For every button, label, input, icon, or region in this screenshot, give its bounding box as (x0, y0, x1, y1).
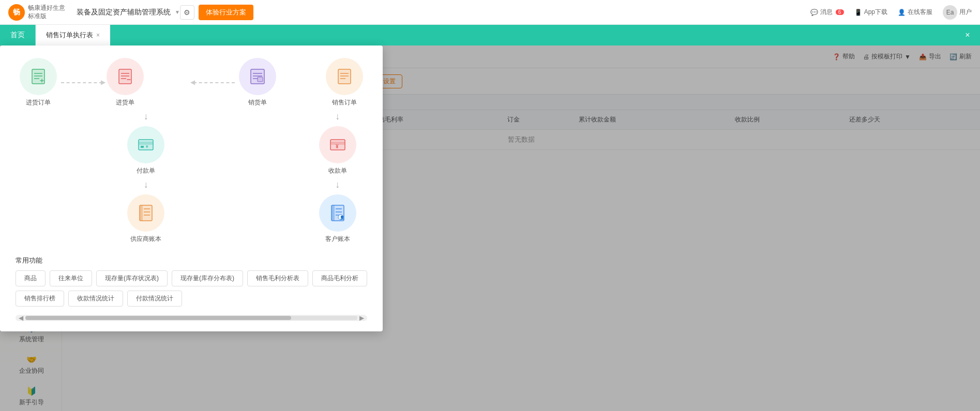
flow-row-2: ¥ 付款单 ¥ (16, 126, 367, 175)
logo-area: 畅 畅康通好生意 标准版 (8, 4, 70, 21)
func-btn-sales-gross[interactable]: 销售毛利分析表 (247, 270, 308, 286)
experience-button[interactable]: 体验行业方案 (199, 5, 253, 20)
svg-rect-25 (140, 205, 143, 221)
tab-close-icon[interactable]: × (96, 32, 100, 39)
user-button[interactable]: Ea 用户 (943, 5, 972, 20)
close-window-button[interactable]: × (961, 29, 974, 41)
func-btn-stock-dist[interactable]: 现存量(库存分布表) (172, 270, 243, 286)
customer-account-circle[interactable]: 👤 (319, 194, 356, 232)
phone-icon: 📱 (854, 9, 862, 16)
func-buttons-row2: 销售排行榜 收款情况统计 付款情况统计 (16, 291, 367, 307)
func-btn-contacts[interactable]: 往来单位 (50, 270, 92, 286)
message-button[interactable]: 💬 消息 6 (810, 8, 844, 17)
common-funcs-title: 常用功能 (16, 256, 367, 265)
svg-rect-19 (141, 146, 144, 148)
system-dropdown-arrow[interactable]: ▼ (175, 9, 180, 15)
svg-text:👤: 👤 (339, 215, 344, 220)
svg-text:¥: ¥ (146, 144, 148, 149)
flow-node-purchase-order: 进货订单 (16, 58, 61, 107)
receipt-circle[interactable]: ¥ (319, 126, 356, 163)
message-badge: 6 (836, 9, 844, 15)
arrow-purchase-to-bill (61, 82, 102, 83)
flow-node-receipt: ¥ 收款单 (308, 126, 367, 175)
flow-node-payment: ¥ 付款单 (116, 126, 176, 175)
logo-icon: 畅 (8, 4, 25, 21)
func-btn-stock-status[interactable]: 现存量(库存状况表) (96, 270, 168, 286)
supplier-account-circle[interactable] (127, 194, 164, 232)
flow-row-arrows: ↓ ↓ (16, 111, 367, 122)
app-download-button[interactable]: 📱 App下载 (854, 8, 887, 17)
popup-scrollbar[interactable]: ◀ ▶ (16, 315, 367, 321)
svg-rect-30 (331, 205, 335, 221)
svg-rect-4 (119, 69, 131, 84)
func-buttons-container: 商品 往来单位 现存量(库存状况表) 现存量(库存分布表) 销售毛利分析表 商品… (16, 270, 367, 286)
flow-row-3: 供应商账本 (16, 194, 367, 243)
func-btn-receipt-stats[interactable]: 收款情况统计 (68, 291, 123, 307)
flow-node-sales-bill: 销货单 (235, 58, 280, 107)
sales-bill-circle[interactable] (239, 58, 276, 95)
arrow-down-sales: ↓ (335, 111, 340, 122)
arrow-down-receipt: ↓ (335, 179, 340, 190)
flow-diagram: 进货订单 (16, 58, 367, 243)
func-btn-product-gross[interactable]: 商品毛利分析 (312, 270, 367, 286)
message-icon: 💬 (810, 9, 818, 16)
tab-sales-order[interactable]: 销售订单执行表 × (36, 25, 110, 45)
func-btn-sales-rank[interactable]: 销售排行榜 (16, 291, 64, 307)
common-functions: 常用功能 商品 往来单位 现存量(库存状况表) 现存量(库存分布表) 销售毛利分… (16, 256, 367, 307)
system-title: 装备及固定资产辅助管理系统 ▼ (77, 8, 180, 17)
svg-rect-0 (32, 69, 44, 84)
logo-text: 畅康通好生意 标准版 (28, 4, 65, 20)
popup-panel: 进货订单 (0, 45, 383, 331)
svg-text:¥: ¥ (336, 144, 339, 149)
scroll-left-arrow[interactable]: ◀ (17, 314, 25, 322)
purchase-bill-circle[interactable] (107, 58, 144, 95)
top-header: 畅 畅康通好生意 标准版 装备及固定资产辅助管理系统 ▼ ⚙ 体验行业方案 💬 … (0, 0, 980, 25)
arrow-sales-order-to-bill (193, 82, 235, 83)
scrollbar-thumb (25, 316, 291, 320)
arrow-down-payment: ↓ (144, 179, 148, 190)
gear-button[interactable]: ⚙ (180, 5, 194, 20)
func-btn-payment-stats[interactable]: 付款情况统计 (127, 291, 182, 307)
func-btn-product[interactable]: 商品 (16, 270, 46, 286)
sales-order-circle[interactable] (326, 58, 363, 95)
header-right: 💬 消息 6 📱 App下载 👤 在线客服 Ea 用户 (810, 5, 972, 20)
online-service-button[interactable]: 👤 在线客服 (898, 8, 932, 17)
scroll-right-arrow[interactable]: ▶ (357, 314, 366, 322)
main-content: 🔍 搜索菜单 🏠 快捷导航 📣 营销推广 🛒 销售管理 🛍 采购管理 📦 库存核… (0, 45, 980, 411)
flow-node-purchase-bill: 进货单 (102, 58, 148, 107)
svg-rect-12 (258, 77, 263, 82)
tab-home[interactable]: 首页 (0, 25, 36, 45)
arrow-down-purchase: ↓ (144, 111, 148, 122)
payment-circle[interactable]: ¥ (127, 126, 164, 163)
flow-row-arrows-2: ↓ ↓ (16, 179, 367, 190)
popup-overlay[interactable]: 进货订单 (0, 45, 980, 411)
flow-node-sales-order: 销售订单 (322, 58, 367, 107)
avatar: Ea (943, 5, 957, 20)
scrollbar-track (25, 316, 357, 320)
svg-rect-13 (338, 69, 351, 84)
purchase-order-circle[interactable] (20, 58, 57, 95)
service-icon: 👤 (898, 9, 906, 16)
tab-bar: 首页 销售订单执行表 × × (0, 25, 980, 45)
flow-row-1: 进货订单 (16, 58, 367, 107)
flow-node-supplier-account: 供应商账本 (116, 194, 176, 243)
flow-node-customer-account: 👤 客户账本 (308, 194, 367, 243)
